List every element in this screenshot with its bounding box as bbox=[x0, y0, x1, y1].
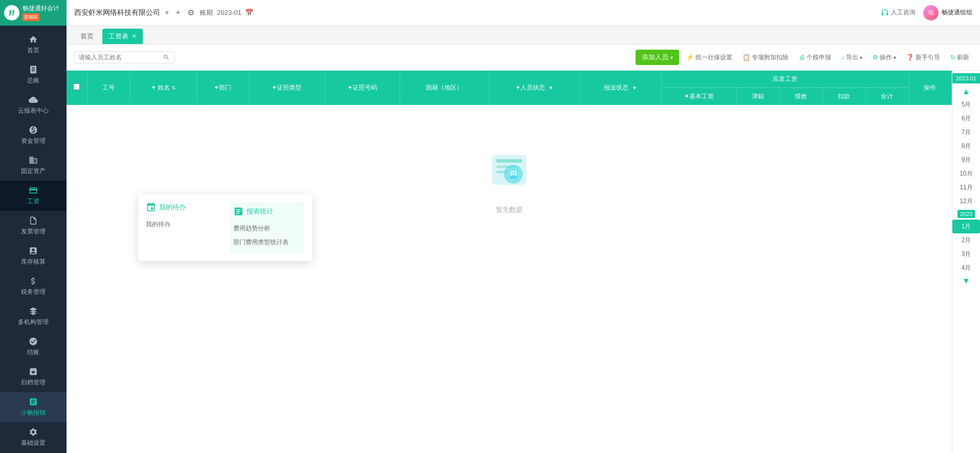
archive-icon bbox=[29, 367, 38, 376]
svg-point-8 bbox=[511, 172, 513, 174]
sidebar-item-archive[interactable]: 归档管理 bbox=[0, 362, 67, 392]
tabbar: 首页 工资表 ✕ bbox=[67, 26, 980, 45]
sidebar-item-salary[interactable]: 工资 bbox=[0, 181, 67, 211]
help-button[interactable]: 人工咨询 bbox=[881, 8, 916, 17]
org-icon bbox=[29, 307, 38, 316]
sidebar-item-xiaochang[interactable]: 小畅报销 bbox=[0, 392, 67, 422]
search-input[interactable] bbox=[79, 54, 161, 61]
operate-button[interactable]: ⚙ 操作 ▾ bbox=[869, 51, 899, 64]
tab-home[interactable]: 首页 bbox=[74, 29, 100, 44]
select-all-checkbox[interactable] bbox=[73, 83, 80, 90]
shield-icon: ⚡ bbox=[686, 54, 694, 61]
col-allowance: 津贴 bbox=[736, 88, 779, 105]
sidebar: 好 畅捷通好会计 旗舰版 首页 总账 云报表中心 资金管理 固定资产 工资 bbox=[0, 0, 67, 453]
fund-icon bbox=[29, 125, 38, 135]
search-wrap bbox=[74, 51, 175, 63]
person-status-filter-icon[interactable]: ▼ bbox=[548, 85, 553, 91]
sidebar-item-multi-org[interactable]: 多机构管理 bbox=[0, 301, 67, 332]
date-panel-header: 2023.01 bbox=[952, 73, 980, 83]
col-nationality: 国籍（地区） bbox=[400, 71, 489, 105]
operate-chevron-icon: ▾ bbox=[894, 55, 896, 60]
cloud-icon bbox=[29, 95, 38, 104]
sidebar-item-tax[interactable]: 税务管理 bbox=[0, 271, 67, 301]
date-next-button[interactable]: ▼ bbox=[961, 275, 972, 287]
chart-icon bbox=[233, 206, 244, 217]
sidebar-item-cloud-report[interactable]: 云报表中心 bbox=[0, 90, 67, 120]
sidebar-item-fixed-assets[interactable]: 固定资产 bbox=[0, 150, 67, 181]
tax-r-icon: 🖨 bbox=[799, 54, 805, 61]
col-group-salary: 应发工资 bbox=[661, 71, 908, 88]
add-company-button[interactable]: ＋ bbox=[174, 7, 182, 18]
topbar-right: 人工咨询 组 畅捷通组组 bbox=[881, 5, 972, 20]
date-month-3[interactable]: 3月 bbox=[952, 247, 980, 261]
date-month-12[interactable]: 12月 bbox=[952, 195, 980, 208]
tax-icon bbox=[29, 276, 38, 286]
popup-item-dept-expense[interactable]: 部门费用类型统计表 bbox=[233, 235, 301, 249]
date-month-6[interactable]: 6月 bbox=[952, 112, 980, 125]
svg-rect-7 bbox=[510, 176, 517, 178]
col-dept: ✦部门 bbox=[197, 71, 249, 105]
calendar-icon[interactable]: 📅 bbox=[245, 9, 253, 16]
date-month-8[interactable]: 8月 bbox=[952, 139, 980, 153]
col-send-status: 报送状态 ▼ bbox=[580, 71, 661, 105]
user-menu[interactable]: 组 畅捷通组组 bbox=[923, 5, 972, 20]
date-month-11[interactable]: 11月 bbox=[952, 181, 980, 195]
refresh-button[interactable]: ↻ 刷新 bbox=[947, 51, 972, 64]
export-chevron-icon: ▾ bbox=[860, 55, 862, 60]
add-person-button[interactable]: 添加人员 ▾ bbox=[636, 50, 679, 65]
col-base-salary: ✦基本工资 bbox=[661, 88, 736, 105]
col-person-status: ✦人员状态 ▼ bbox=[489, 71, 580, 105]
date-month-2[interactable]: 2月 bbox=[952, 233, 980, 247]
svg-rect-1 bbox=[496, 159, 522, 163]
topbar: 西安虾米网络科技有限公司 ▾ ＋ ⚙ 账期 2023-01 📅 人工咨询 组 畅… bbox=[67, 0, 980, 26]
date-month-7[interactable]: 7月 bbox=[952, 125, 980, 139]
empty-text: 暂无数据 bbox=[496, 205, 522, 214]
company-chevron-icon[interactable]: ▾ bbox=[165, 9, 169, 16]
salary-icon bbox=[29, 186, 38, 195]
popup-section1: 我的待办 我的待办 bbox=[146, 202, 222, 253]
new-guide-button[interactable]: ❓ 新手引导 bbox=[903, 51, 943, 64]
sidebar-item-inventory[interactable]: 库存核算 bbox=[0, 241, 67, 271]
date-panel: 2023.01 ▲ 5月 6月 7月 8月 9月 10月 11月 12月 202… bbox=[952, 71, 980, 453]
name-sort-icon[interactable]: ⇅ bbox=[171, 85, 176, 91]
sidebar-item-ledger[interactable]: 总账 bbox=[0, 60, 67, 90]
logo-icon: 好 bbox=[4, 5, 19, 20]
add-person-chevron-icon: ▾ bbox=[670, 55, 673, 60]
tax-report-button[interactable]: 🖨 个税申报 bbox=[796, 51, 834, 64]
main-content: 西安虾米网络科技有限公司 ▾ ＋ ⚙ 账期 2023-01 📅 人工咨询 组 畅… bbox=[67, 0, 980, 453]
sidebar-item-fund[interactable]: 资金管理 bbox=[0, 120, 67, 150]
sidebar-item-invoice[interactable]: 发票管理 bbox=[0, 211, 67, 241]
empty-icon bbox=[484, 146, 535, 198]
export-icon: ↓ bbox=[841, 54, 844, 61]
date-month-10[interactable]: 10月 bbox=[952, 167, 980, 181]
popup-item-my-todo[interactable]: 我的待办 bbox=[146, 218, 222, 231]
asset-icon bbox=[29, 156, 38, 165]
date-month-9[interactable]: 9月 bbox=[952, 153, 980, 167]
date-month-4[interactable]: 4月 bbox=[952, 261, 980, 275]
sidebar-item-closing[interactable]: 结账 bbox=[0, 332, 67, 362]
special-deduct-button[interactable]: 📋 专项附加扣除 bbox=[739, 51, 792, 64]
col-job-number: 工号 bbox=[87, 71, 130, 105]
svg-point-9 bbox=[514, 172, 515, 174]
period-value: 2023-01 bbox=[217, 9, 242, 16]
settings-button[interactable]: ⚙ bbox=[187, 8, 194, 17]
settings-icon bbox=[29, 427, 38, 437]
export-button[interactable]: ↓ 导出 ▾ bbox=[838, 51, 865, 64]
tab-salary-table[interactable]: 工资表 ✕ bbox=[102, 29, 143, 44]
social-security-button[interactable]: ⚡ 统一社保设置 bbox=[683, 51, 735, 64]
date-month-5[interactable]: 5月 bbox=[952, 98, 980, 112]
date-prev-button[interactable]: ▲ bbox=[961, 85, 972, 98]
popup-menu: 我的待办 我的待办 报表统计 费用趋势分析 部门费用类型统计表 bbox=[138, 195, 312, 261]
date-month-1[interactable]: 1月 bbox=[952, 220, 980, 233]
invoice-icon bbox=[29, 216, 38, 225]
send-status-filter-icon[interactable]: ▼ bbox=[632, 85, 637, 91]
headset-icon bbox=[881, 9, 889, 17]
sidebar-item-home[interactable]: 首页 bbox=[0, 30, 67, 60]
tab-close-button[interactable]: ✕ bbox=[132, 33, 137, 40]
date-year-2023: 2023 bbox=[957, 210, 975, 218]
company-name: 西安虾米网络科技有限公司 bbox=[74, 8, 160, 17]
sidebar-logo[interactable]: 好 畅捷通好会计 旗舰版 bbox=[0, 0, 67, 26]
popup-section1-title: 我的待办 bbox=[146, 202, 222, 212]
sidebar-item-basic-settings[interactable]: 基础设置 bbox=[0, 422, 67, 452]
popup-item-expense-trend[interactable]: 费用趋势分析 bbox=[233, 222, 301, 235]
